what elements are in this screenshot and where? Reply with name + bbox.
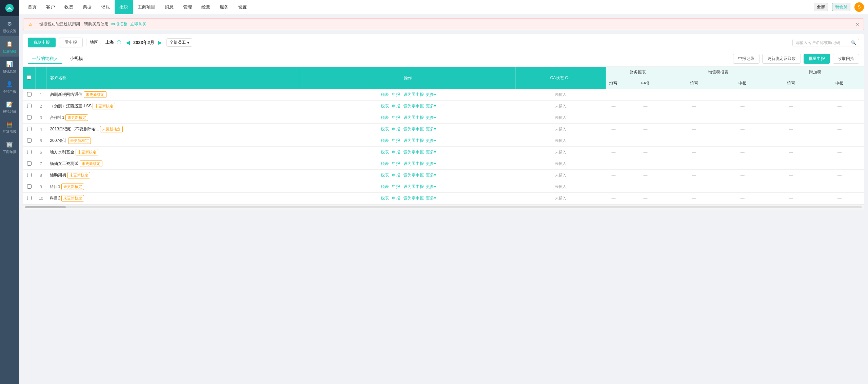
row-num: 10 — [35, 193, 46, 204]
op-tax-form[interactable]: 税表 — [381, 196, 389, 200]
op-set-zero[interactable]: 设为零申报 — [403, 138, 424, 143]
type-tab-general[interactable]: 一般的纳税人 — [28, 54, 62, 64]
op-more[interactable]: 更多▾ — [426, 92, 436, 97]
sidebar-item-settings[interactable]: ⚙ 报税设置 — [0, 16, 19, 36]
op-tax-form[interactable]: 税表 — [381, 127, 389, 131]
op-submit[interactable]: 申报 — [392, 138, 400, 143]
row-checkbox[interactable] — [27, 104, 32, 108]
declaration-records-button[interactable]: 申报记录 — [733, 54, 760, 64]
row-checkbox[interactable] — [27, 138, 32, 143]
nav-invoice[interactable]: 票据 — [78, 0, 96, 14]
nav-service[interactable]: 服务 — [215, 0, 233, 14]
type-tab-small[interactable]: 小规模 — [66, 54, 87, 64]
op-submit[interactable]: 申报 — [392, 115, 400, 120]
row-checkbox[interactable] — [27, 92, 32, 97]
scroll-track[interactable] — [25, 206, 862, 208]
op-tax-form[interactable]: 税表 — [381, 161, 389, 166]
sidebar-item-overview[interactable]: 📊 报税总览 — [0, 57, 19, 77]
op-set-zero[interactable]: 设为零申报 — [403, 104, 424, 108]
op-more[interactable]: 更多▾ — [426, 127, 436, 131]
row-checkbox[interactable] — [27, 173, 32, 177]
row-checkbox[interactable] — [27, 127, 32, 131]
op-set-zero[interactable]: 设为零申报 — [403, 184, 424, 189]
nav-business[interactable]: 工商项目 — [133, 0, 160, 14]
nav-settings[interactable]: 设置 — [233, 0, 252, 14]
op-more[interactable]: 更多▾ — [426, 104, 436, 108]
search-input[interactable] — [795, 40, 850, 45]
op-more[interactable]: 更多▾ — [426, 184, 436, 189]
row-ca-status: 未插入 — [516, 112, 606, 124]
search-icon[interactable]: 🔍 — [851, 40, 856, 45]
row-checkbox[interactable] — [27, 184, 32, 189]
row-checkbox-cell — [23, 89, 35, 101]
op-tax-form[interactable]: 税表 — [381, 138, 389, 143]
nav-client[interactable]: 客户 — [41, 0, 60, 14]
fullscreen-button[interactable]: 全屏 — [814, 3, 828, 11]
op-set-zero[interactable]: 设为零申报 — [403, 150, 424, 154]
batch-declare-button[interactable]: 批量申报 — [804, 54, 830, 64]
scroll-bar[interactable] — [23, 204, 864, 210]
banner-link-report[interactable]: 申报汇整 — [111, 21, 127, 27]
op-tax-form[interactable]: 税表 — [381, 104, 389, 108]
update-stats-button[interactable]: 更新统定及取数 — [762, 54, 801, 64]
row-checkbox[interactable] — [27, 196, 32, 200]
op-submit[interactable]: 申报 — [392, 196, 400, 200]
op-submit[interactable]: 申报 — [392, 127, 400, 131]
upgrade-button[interactable]: 畅会员 — [832, 3, 850, 11]
banner-link-buy[interactable]: 立即购买 — [130, 21, 146, 27]
op-set-zero[interactable]: 设为零申报 — [403, 161, 424, 166]
row-checkbox[interactable] — [27, 161, 32, 166]
sidebar-item-annual-settlement[interactable]: 🧮 汇算清缴 — [0, 117, 19, 137]
op-submit[interactable]: 申报 — [392, 184, 400, 189]
op-more[interactable]: 更多▾ — [426, 115, 436, 120]
nav-billing[interactable]: 收费 — [60, 0, 78, 14]
op-tax-form[interactable]: 税表 — [381, 173, 389, 177]
row-submit-1: — — [621, 101, 670, 112]
select-all-checkbox[interactable] — [27, 75, 31, 80]
op-submit[interactable]: 申报 — [392, 150, 400, 154]
op-submit[interactable]: 申报 — [392, 104, 400, 108]
nav-operation[interactable]: 经营 — [197, 0, 215, 14]
sidebar-item-batch-tax[interactable]: 📋 批量报税 — [0, 36, 19, 56]
op-submit[interactable]: 申报 — [392, 173, 400, 177]
op-tax-form[interactable]: 税表 — [381, 115, 389, 120]
op-set-zero[interactable]: 设为零申报 — [403, 196, 424, 200]
op-set-zero[interactable]: 设为零申报 — [403, 127, 424, 131]
date-prev-button[interactable]: ◀ — [124, 39, 131, 46]
collect-receipt-button[interactable]: 收取回执 — [833, 54, 859, 64]
op-set-zero[interactable]: 设为零申报 — [403, 173, 424, 177]
nav-manage[interactable]: 管理 — [178, 0, 197, 14]
nav-accounting[interactable]: 记账 — [96, 0, 115, 14]
row-checkbox[interactable] — [27, 115, 32, 120]
op-tax-form[interactable]: 税表 — [381, 150, 389, 154]
nav-tax[interactable]: 报税 — [115, 0, 133, 14]
sidebar-item-business-annual[interactable]: 🏢 工商年报 — [0, 137, 19, 157]
scroll-thumb[interactable] — [25, 206, 66, 208]
op-more[interactable]: 更多▾ — [426, 196, 436, 200]
tab-tax-declaration[interactable]: 税款申报 — [28, 38, 56, 47]
op-submit[interactable]: 申报 — [392, 92, 400, 97]
op-more[interactable]: 更多▾ — [426, 161, 436, 166]
row-submit-2: — — [718, 89, 767, 101]
op-more[interactable]: 更多▾ — [426, 173, 436, 177]
op-set-zero[interactable]: 设为零申报 — [403, 115, 424, 120]
client-table: 客户名称 操作 CA状态 C... 财务报表 增值税报表 附加税 填写 申报 填… — [23, 67, 864, 204]
tab-zero-declaration[interactable]: 零申报 — [59, 38, 83, 47]
op-more[interactable]: 更多▾ — [426, 138, 436, 143]
op-set-zero[interactable]: 设为零申报 — [403, 92, 424, 97]
nav-message[interactable]: 消息 — [160, 0, 178, 14]
row-checkbox[interactable] — [27, 150, 32, 154]
banner-close-button[interactable]: ✕ — [855, 22, 860, 27]
op-submit[interactable]: 申报 — [392, 161, 400, 166]
date-next-button[interactable]: ▶ — [156, 39, 163, 46]
staff-select[interactable]: 全部员工 ▾ — [166, 38, 192, 47]
nav-home[interactable]: 首页 — [23, 0, 41, 14]
row-ca-status: 未插入 — [516, 193, 606, 204]
op-tax-form[interactable]: 税表 — [381, 184, 389, 189]
op-tax-form[interactable]: 税表 — [381, 92, 389, 97]
op-more[interactable]: 更多▾ — [426, 150, 436, 154]
info-icon[interactable]: ⓘ — [117, 40, 121, 45]
sidebar-item-personal-tax[interactable]: 👤 个税申报 — [0, 77, 19, 97]
sidebar-item-tax-records[interactable]: 📝 报税记录 — [0, 97, 19, 117]
row-ca-status: 未插入 — [516, 101, 606, 112]
